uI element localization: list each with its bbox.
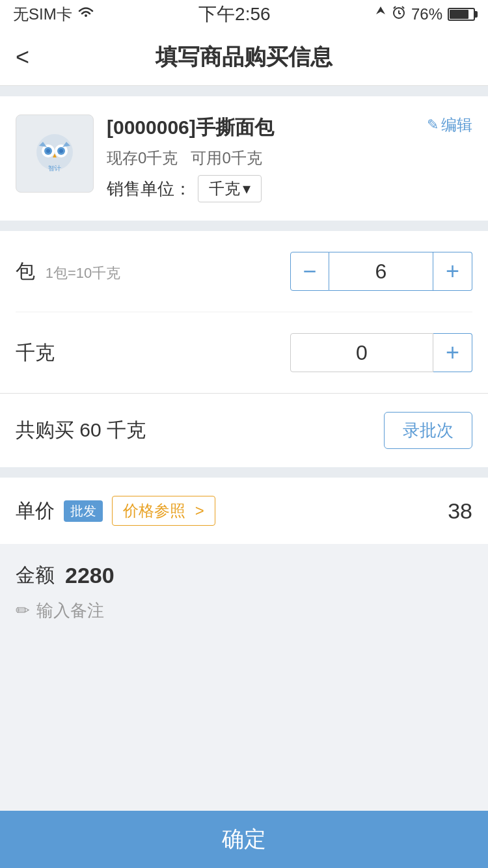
amount-row: 金额 2280 — [16, 562, 472, 589]
svg-line-3 — [394, 7, 396, 8]
product-logo-icon: 智计 — [29, 133, 81, 175]
page-title: 填写商品购买信息 — [156, 42, 332, 72]
kg-stepper: + — [290, 333, 472, 372]
location-icon — [375, 5, 386, 23]
price-reference-button[interactable]: 价格参照 > — [112, 496, 215, 526]
total-section: 共购买 60 千克 录批次 — [0, 394, 488, 467]
status-right: 76% — [375, 5, 475, 23]
amount-label: 金额 — [16, 562, 55, 589]
amount-section: 金额 2280 ✏ 输入备注 — [0, 544, 488, 640]
product-info: [0000006]手撕面包 现存0千克 可用0千克 销售单位： 千克 ▾ — [107, 115, 472, 202]
kg-label: 千克 — [16, 340, 55, 366]
note-row[interactable]: ✏ 输入备注 — [16, 599, 472, 622]
chevron-down-icon: ▾ — [243, 180, 251, 198]
mid-separator-1 — [0, 221, 488, 231]
product-name: [0000006]手撕面包 — [107, 115, 472, 141]
empty-space — [0, 640, 488, 770]
battery-label: 76% — [411, 5, 442, 23]
input-section: 包 1包=10千克 − + 千克 + — [0, 231, 488, 393]
status-time: 下午2:56 — [198, 2, 271, 27]
bag-stepper: − + — [290, 252, 472, 291]
product-stock: 现存0千克 可用0千克 — [107, 148, 472, 169]
edit-button[interactable]: ✎ 编辑 — [427, 115, 472, 135]
total-label: 共购买 60 千克 — [16, 417, 146, 444]
product-unit-row: 销售单位： 千克 ▾ — [107, 175, 472, 202]
unit-select[interactable]: 千克 ▾ — [198, 175, 262, 202]
bag-increment-button[interactable]: + — [433, 252, 472, 291]
batch-button[interactable]: 录批次 — [384, 412, 472, 449]
nav-bar: < 填写商品购买信息 — [0, 29, 488, 86]
note-icon: ✏ — [16, 601, 30, 621]
edit-icon: ✎ — [427, 116, 439, 133]
confirm-button[interactable]: 确定 — [222, 824, 266, 854]
back-button[interactable]: < — [16, 44, 29, 71]
svg-point-11 — [59, 149, 63, 153]
product-card: 智计 [0000006]手撕面包 现存0千克 可用0千克 销售单位： 千克 ▾ … — [0, 96, 488, 221]
kg-input-row: 千克 + — [16, 312, 472, 393]
product-image: 智计 — [16, 115, 94, 193]
footer[interactable]: 确定 — [0, 811, 488, 868]
battery-icon — [448, 8, 475, 21]
price-tag-batch: 批发 — [64, 500, 103, 522]
status-left: 无SIM卡 — [13, 4, 94, 25]
kg-quantity-input[interactable] — [290, 333, 433, 372]
svg-text:智计: 智计 — [48, 165, 61, 172]
bag-decrement-button[interactable]: − — [290, 252, 329, 291]
amount-value: 2280 — [65, 563, 115, 588]
price-value: 38 — [448, 498, 472, 524]
price-section: 单价 批发 价格参照 > 38 — [0, 478, 488, 544]
carrier-label: 无SIM卡 — [13, 4, 72, 25]
svg-point-10 — [46, 149, 50, 153]
bag-quantity-input[interactable] — [329, 252, 433, 291]
status-bar: 无SIM卡 下午2:56 — [0, 0, 488, 29]
mid-separator-2 — [0, 467, 488, 478]
bag-input-row: 包 1包=10千克 − + — [16, 231, 472, 312]
price-label: 单价 — [16, 498, 55, 524]
alarm-icon — [392, 5, 406, 23]
price-left: 单价 批发 价格参照 > — [16, 496, 215, 526]
wifi-icon — [77, 5, 94, 23]
bag-label: 包 1包=10千克 — [16, 258, 120, 285]
note-placeholder: 输入备注 — [36, 599, 104, 622]
top-separator — [0, 86, 488, 96]
kg-increment-button[interactable]: + — [433, 333, 472, 372]
chevron-right-icon: > — [195, 502, 204, 520]
svg-line-4 — [402, 7, 404, 8]
